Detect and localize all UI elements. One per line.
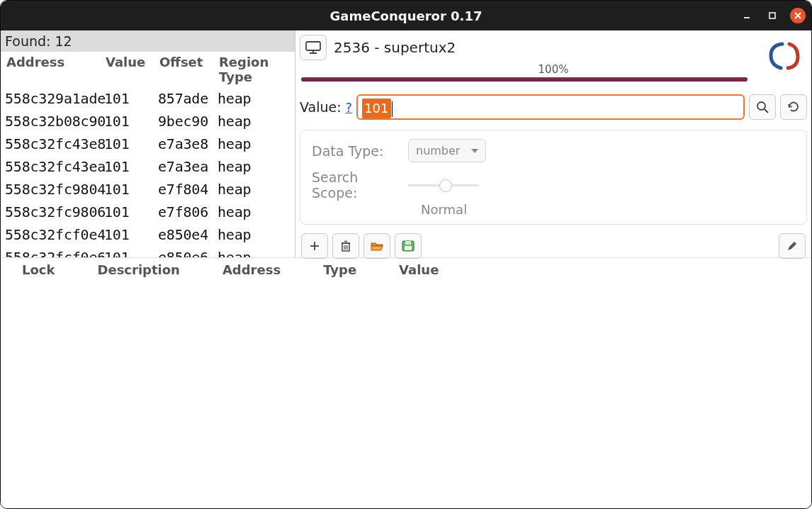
- cell-addr: 558c32fc9804: [5, 179, 104, 199]
- cell-offset: e850e6: [158, 247, 218, 257]
- titlebar: GameConqueror 0.17: [1, 1, 811, 30]
- svg-rect-18: [405, 241, 411, 245]
- pencil-icon: [786, 240, 798, 252]
- results-row[interactable]: 558c32fc9806101e7f806heap: [1, 201, 295, 223]
- window-minimize-button[interactable]: [739, 8, 755, 23]
- results-row[interactable]: 558c32b08c901019bec90heap: [1, 110, 295, 133]
- scan-pane: 2536 - supertux2 100% Value: ? 101: [295, 30, 811, 257]
- search-scope-value: Normal: [421, 202, 795, 217]
- value-help-link[interactable]: ?: [346, 100, 353, 115]
- save-cheats-button[interactable]: [395, 233, 422, 259]
- window-close-button[interactable]: [790, 8, 806, 23]
- cell-value: 101: [104, 225, 158, 245]
- window-title: GameConqueror 0.17: [330, 9, 483, 23]
- cell-offset: 857ade: [158, 89, 218, 108]
- svg-point-7: [757, 102, 765, 110]
- reset-button[interactable]: [780, 94, 807, 120]
- save-icon: [402, 240, 415, 252]
- cheat-list-header: Lock Description Address Type Value: [1, 257, 811, 281]
- chevron-down-icon: [471, 149, 478, 153]
- cell-region: heap: [218, 111, 295, 131]
- col-description[interactable]: Description: [97, 262, 179, 277]
- cell-region: heap: [218, 179, 295, 199]
- plus-icon: [309, 240, 320, 252]
- value-label: Value:: [300, 99, 342, 115]
- cell-addr: 558c32fcf0e4: [5, 225, 104, 245]
- progress-bar: [301, 77, 748, 82]
- select-process-button[interactable]: [300, 35, 327, 60]
- memory-editor-button[interactable]: [779, 233, 806, 259]
- cheat-list-body[interactable]: [1, 281, 811, 508]
- found-count-label: Found: 12: [1, 30, 295, 52]
- process-label: 2536 - supertux2: [334, 39, 456, 56]
- results-row[interactable]: 558c32fc43e8101e7a3e8heap: [1, 133, 295, 155]
- results-pane: Found: 12 Address Value Offset Region Ty…: [1, 30, 295, 257]
- cell-addr: 558c32fc9806: [5, 202, 104, 222]
- delete-cheat-button[interactable]: [332, 233, 359, 259]
- search-icon: [756, 101, 769, 113]
- refresh-icon: [787, 101, 800, 113]
- cell-value: 101: [104, 134, 158, 154]
- cell-addr: 558c32fcf0e6: [5, 247, 104, 257]
- trash-icon: [340, 240, 351, 252]
- results-row[interactable]: 558c32fcf0e6101e850e6heap: [1, 246, 295, 257]
- col-cheat-address[interactable]: Address: [222, 262, 281, 277]
- progress-label: 100%: [301, 63, 806, 76]
- cell-region: heap: [218, 247, 295, 257]
- results-row[interactable]: 558c32fc9804101e7f804heap: [1, 178, 295, 201]
- cell-offset: e7a3ea: [158, 157, 218, 177]
- col-address[interactable]: Address: [5, 55, 104, 84]
- data-type-value: number: [416, 144, 460, 157]
- cell-region: heap: [218, 134, 295, 154]
- col-value[interactable]: Value: [104, 55, 158, 84]
- scan-options: Data Type: number Search Scope: Nor: [300, 130, 807, 225]
- window-maximize-button[interactable]: [765, 8, 780, 23]
- col-offset[interactable]: Offset: [158, 55, 218, 84]
- cell-value: 101: [104, 247, 158, 257]
- col-region-type[interactable]: Region Type: [218, 55, 295, 84]
- results-body[interactable]: 558c329a1ade101857adeheap558c32b08c90101…: [1, 87, 295, 257]
- cell-addr: 558c32fc43ea: [5, 157, 104, 177]
- svg-rect-1: [769, 13, 775, 18]
- data-type-dropdown[interactable]: number: [408, 139, 486, 162]
- add-cheat-button[interactable]: [301, 233, 328, 259]
- cell-offset: e7f806: [158, 202, 218, 222]
- cell-value: 101: [104, 202, 158, 222]
- cell-addr: 558c329a1ade: [5, 89, 104, 108]
- search-scope-slider[interactable]: [408, 178, 479, 192]
- monitor-icon: [305, 41, 321, 54]
- svg-line-8: [765, 109, 768, 113]
- results-row[interactable]: 558c32fcf0e4101e850e4heap: [1, 223, 295, 246]
- cell-addr: 558c32fc43e8: [5, 134, 104, 154]
- cell-value: 101: [104, 111, 158, 131]
- col-lock[interactable]: Lock: [22, 262, 55, 277]
- cell-offset: e850e4: [158, 225, 218, 245]
- cell-region: heap: [218, 202, 295, 222]
- cell-region: heap: [218, 89, 295, 108]
- data-type-label: Data Type:: [312, 143, 391, 159]
- results-header: Address Value Offset Region Type: [1, 52, 295, 87]
- col-type[interactable]: Type: [323, 262, 356, 277]
- open-cheats-button[interactable]: [363, 233, 390, 259]
- cell-value: 101: [104, 179, 158, 199]
- search-button[interactable]: [749, 94, 776, 120]
- svg-rect-4: [306, 42, 320, 50]
- cell-region: heap: [218, 157, 295, 177]
- col-cheat-value[interactable]: Value: [399, 262, 439, 277]
- cell-offset: e7a3e8: [158, 134, 218, 154]
- cell-offset: 9bec90: [158, 111, 218, 131]
- cell-value: 101: [104, 157, 158, 177]
- value-input[interactable]: 101: [356, 94, 745, 120]
- cell-region: heap: [218, 225, 295, 245]
- cell-offset: e7f804: [158, 179, 218, 199]
- cell-value: 101: [104, 89, 158, 108]
- folder-open-icon: [371, 240, 383, 252]
- results-row[interactable]: 558c329a1ade101857adeheap: [1, 87, 295, 110]
- cell-addr: 558c32b08c90: [5, 111, 104, 131]
- results-row[interactable]: 558c32fc43ea101e7a3eaheap: [1, 155, 295, 178]
- search-scope-label: Search Scope:: [312, 169, 391, 201]
- svg-rect-19: [405, 246, 412, 250]
